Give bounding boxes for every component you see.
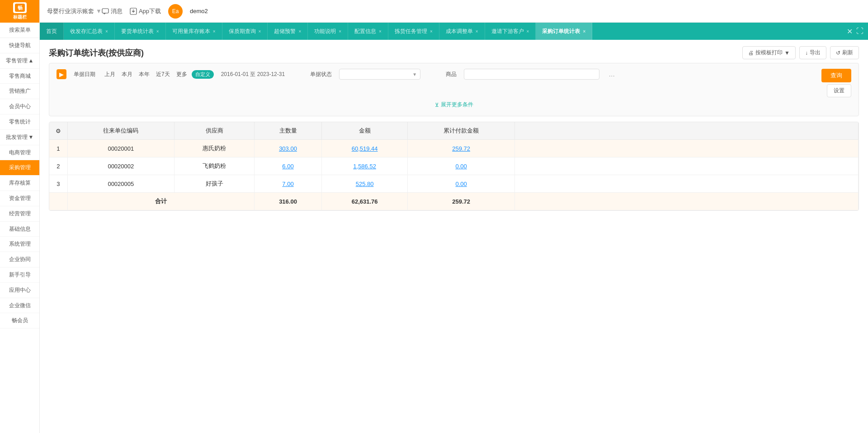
export-icon: ↓ — [805, 50, 808, 56]
tab-overstock-warning[interactable]: 超储预警 × — [268, 23, 308, 40]
cell-empty — [515, 157, 859, 175]
tab-cost-adjust[interactable]: 成本调整单 × — [439, 23, 485, 40]
sidebar-item-search[interactable]: 搜索菜单 — [0, 23, 39, 38]
printer-icon: 🖨 — [748, 50, 754, 56]
sidebar-item-retail[interactable]: 零售管理 ▲ — [0, 53, 39, 69]
footer-empty-1 — [49, 193, 67, 210]
table-row: 1 00020001 惠氏奶粉 303.00 60,519.44 259.72 — [49, 140, 859, 157]
date-custom-badge[interactable]: 自定义 — [192, 70, 214, 79]
msg-button[interactable]: 消息 — [102, 7, 123, 15]
sidebar-item-wholesale[interactable]: 批发管理 ▼ — [0, 130, 39, 145]
sidebar-item-app-center[interactable]: 应用中心 — [0, 283, 39, 298]
tab-invite-downstream[interactable]: 邀请下游客户 × — [485, 23, 536, 40]
sidebar-item-finance[interactable]: 资金管理 — [0, 191, 39, 206]
tab-close-invite-downstream[interactable]: × — [527, 29, 529, 34]
filter-row-date: ▶ 单据日期 上月 本月 本年 近7天 更多 自定义 2016-01-01 至 … — [57, 69, 816, 80]
sidebar-item-system[interactable]: 系统管理 — [0, 237, 39, 252]
sidebar-item-marketing[interactable]: 营销推广 — [0, 84, 39, 99]
sidebar-item-quick-nav[interactable]: 快捷导航 — [0, 38, 39, 53]
expand-down-icon: ⊻ — [435, 102, 439, 108]
goods-input-more[interactable]: … — [609, 71, 615, 78]
tab-pick-task[interactable]: 拣货任务管理 × — [388, 23, 439, 40]
tab-close-receive-send[interactable]: × — [105, 29, 108, 34]
sidebar-item-purchase[interactable]: 采购管理 — [0, 160, 39, 176]
cell-paid-amount: 259.72 — [408, 140, 515, 157]
app-download-button[interactable]: App下载 — [130, 7, 161, 15]
sidebar-item-enterprise[interactable]: 企业协同 — [0, 252, 39, 267]
table-header-row: ⚙ 往来单位编码 供应商 主数量 金额 累计付款金额 — [49, 122, 859, 140]
logo-text: 标题栏 — [13, 14, 27, 20]
tab-close-function-desc[interactable]: × — [339, 29, 341, 34]
date-btn-more[interactable]: 更多 — [175, 70, 189, 79]
workspace-title[interactable]: 母婴行业演示账套 ▼ — [47, 7, 102, 15]
tab-close-purchase-stat[interactable]: × — [583, 29, 585, 34]
svg-rect-2 — [102, 9, 108, 13]
sidebar-item-retail-stat[interactable]: 零售统计 — [0, 114, 39, 130]
date-btn-last-month[interactable]: 上月 — [103, 70, 117, 79]
th-empty — [515, 122, 859, 140]
dropdown-arrow-icon: ▼ — [784, 50, 790, 56]
status-select-wrapper: ▼ — [339, 69, 420, 80]
refresh-icon: ↺ — [836, 50, 840, 56]
footer-label: 合计 — [67, 193, 255, 210]
tab-close-expiry-query[interactable]: × — [259, 29, 261, 34]
sidebar-item-retail-mall[interactable]: 零售商城 — [0, 69, 39, 84]
tab-bar: 首页 收发存汇总表 × 要货单统计表 × 可用量库存账本 × 保质期查询 × 超… — [40, 23, 868, 40]
sidebar-item-inventory[interactable]: 库存核算 — [0, 176, 39, 191]
cell-no: 2 — [49, 157, 67, 175]
tab-maximize-icon[interactable]: ⛶ — [856, 27, 863, 35]
cell-paid-amount: 0.00 — [408, 175, 515, 193]
tab-home[interactable]: 首页 — [40, 23, 64, 40]
sidebar-item-enterprise-wx[interactable]: 企业微信 — [0, 298, 39, 314]
tab-close-pick-task[interactable]: × — [430, 29, 433, 34]
sidebar-item-member2[interactable]: 畅会员 — [0, 313, 39, 328]
date-btn-7days[interactable]: 近7天 — [154, 70, 172, 79]
tab-config-info[interactable]: 配置信息 × — [348, 23, 388, 40]
sidebar-item-operation[interactable]: 经营管理 — [0, 206, 39, 222]
date-btn-this-month[interactable]: 本月 — [120, 70, 134, 79]
cell-unit-code: 00020005 — [67, 175, 175, 193]
tab-expiry-query[interactable]: 保质期查询 × — [222, 23, 268, 40]
page-header: 采购订单统计表(按供应商) 🖨 按模板打印 ▼ ↓ 导出 ↺ 刷新 — [40, 40, 868, 63]
svg-text:畅: 畅 — [17, 5, 22, 10]
sidebar: 畅 标题栏 搜索菜单 快捷导航 零售管理 ▲ 零售商城 营销推广 会员中心 零售… — [0, 0, 40, 433]
sidebar-item-newbie[interactable]: 新手引导 — [0, 267, 39, 283]
date-btn-this-year[interactable]: 本年 — [137, 70, 151, 79]
tab-close-all-icon[interactable]: ✕ — [847, 27, 853, 36]
sidebar-item-basic[interactable]: 基础信息 — [0, 222, 39, 237]
tab-function-desc[interactable]: 功能说明 × — [308, 23, 348, 40]
tab-close-config-info[interactable]: × — [379, 29, 382, 34]
goods-input[interactable] — [464, 69, 599, 80]
user-name: demo2 — [190, 8, 208, 14]
th-gear[interactable]: ⚙ — [49, 122, 67, 140]
date-label: 单据日期 — [74, 71, 95, 78]
tab-usable-inventory[interactable]: 可用量库存账本 × — [166, 23, 222, 40]
sidebar-item-member[interactable]: 会员中心 — [0, 99, 39, 114]
tab-close-usable-inventory[interactable]: × — [213, 29, 216, 34]
data-table: ⚙ 往来单位编码 供应商 主数量 金额 累计付款金额 1 00020001 惠氏… — [49, 122, 859, 210]
status-select[interactable] — [339, 69, 420, 80]
sidebar-item-ecommerce[interactable]: 电商管理 — [0, 145, 39, 161]
tab-close-overstock-warning[interactable]: × — [298, 29, 301, 34]
th-unit-code: 往来单位编码 — [67, 122, 175, 140]
tab-close-order-stat[interactable]: × — [156, 29, 159, 34]
tab-order-stat[interactable]: 要货单统计表 × — [115, 23, 166, 40]
footer-empty-2 — [515, 193, 859, 210]
tab-purchase-stat[interactable]: 采购订单统计表 × — [536, 23, 592, 40]
btn-export[interactable]: ↓ 导出 — [799, 46, 826, 59]
table-row: 2 00020002 飞鹤奶粉 6.00 1,586.52 0.00 — [49, 157, 859, 175]
btn-query[interactable]: 查询 — [821, 69, 851, 82]
page-actions: 🖨 按模板打印 ▼ ↓ 导出 ↺ 刷新 — [742, 46, 859, 59]
btn-template-print[interactable]: 🖨 按模板打印 ▼ — [742, 46, 796, 59]
filter-expand-toggle[interactable]: ▶ — [57, 69, 66, 79]
tab-receive-send[interactable]: 收发存汇总表 × — [64, 23, 115, 40]
date-shortcuts: 上月 本月 本年 近7天 更多 自定义 — [103, 70, 214, 79]
status-label: 单据状态 — [310, 71, 332, 78]
main-area: 母婴行业演示账套 ▼ 消息 App下载 Ea demo2 首页 收发存汇总表 × — [40, 0, 868, 433]
expand-more-btn[interactable]: ⊻ 展开更多条件 — [435, 99, 473, 110]
expand-toggle-row: ⊻ 展开更多条件 — [57, 99, 851, 110]
filter-area: ▶ 单据日期 上月 本月 本年 近7天 更多 自定义 2016-01-01 至 … — [49, 63, 859, 116]
tab-close-cost-adjust[interactable]: × — [476, 29, 478, 34]
btn-refresh[interactable]: ↺ 刷新 — [830, 46, 859, 59]
btn-setting[interactable]: 设置 — [827, 84, 851, 97]
